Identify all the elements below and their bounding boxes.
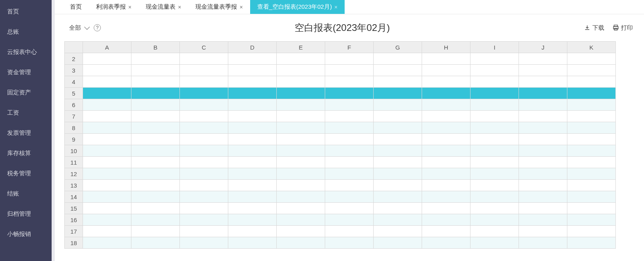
row-header-15[interactable]: 15 [65, 203, 83, 214]
cell-H4[interactable] [422, 76, 470, 88]
cell-J12[interactable] [519, 168, 567, 180]
cell-F10[interactable] [325, 145, 374, 157]
cell-H10[interactable] [422, 145, 470, 157]
tab-2[interactable]: 现金流量表× [139, 0, 188, 14]
cell-E6[interactable] [277, 99, 325, 111]
cell-K6[interactable] [567, 99, 616, 111]
sidebar-item-7[interactable]: 库存核算 [0, 143, 52, 163]
cell-J7[interactable] [519, 111, 567, 122]
row-header-12[interactable]: 12 [65, 168, 83, 180]
cell-F4[interactable] [325, 76, 374, 88]
cell-E9[interactable] [277, 134, 325, 145]
cell-J15[interactable] [519, 203, 567, 214]
cell-D17[interactable] [228, 226, 277, 237]
cell-B18[interactable] [131, 237, 180, 249]
cell-G3[interactable] [374, 65, 422, 76]
cell-E10[interactable] [277, 145, 325, 157]
column-header-I[interactable]: I [470, 42, 519, 53]
grid-corner[interactable] [65, 42, 83, 53]
cell-I12[interactable] [470, 168, 519, 180]
cell-I3[interactable] [470, 65, 519, 76]
cell-K12[interactable] [567, 168, 616, 180]
cell-J4[interactable] [519, 76, 567, 88]
cell-I11[interactable] [470, 157, 519, 168]
column-header-B[interactable]: B [131, 42, 180, 53]
cell-A15[interactable] [83, 203, 131, 214]
cell-H13[interactable] [422, 180, 470, 191]
cell-F17[interactable] [325, 226, 374, 237]
cell-D9[interactable] [228, 134, 277, 145]
cell-B11[interactable] [131, 157, 180, 168]
cell-B5[interactable] [131, 88, 180, 99]
cell-K13[interactable] [567, 180, 616, 191]
sidebar-scrollbar[interactable] [52, 0, 55, 261]
cell-A7[interactable] [83, 111, 131, 122]
cell-G15[interactable] [374, 203, 422, 214]
cell-G6[interactable] [374, 99, 422, 111]
cell-K3[interactable] [567, 65, 616, 76]
cell-J16[interactable] [519, 214, 567, 226]
column-header-C[interactable]: C [180, 42, 228, 53]
cell-H11[interactable] [422, 157, 470, 168]
row-header-16[interactable]: 16 [65, 214, 83, 226]
cell-G4[interactable] [374, 76, 422, 88]
cell-C4[interactable] [180, 76, 228, 88]
sidebar-item-4[interactable]: 固定资产 [0, 83, 52, 103]
cell-E2[interactable] [277, 53, 325, 65]
cell-D14[interactable] [228, 191, 277, 203]
column-header-G[interactable]: G [374, 42, 422, 53]
cell-A2[interactable] [83, 53, 131, 65]
cell-B12[interactable] [131, 168, 180, 180]
cell-G5[interactable] [374, 88, 422, 99]
cell-F15[interactable] [325, 203, 374, 214]
row-header-17[interactable]: 17 [65, 226, 83, 237]
cell-C15[interactable] [180, 203, 228, 214]
sidebar-item-8[interactable]: 税务管理 [0, 163, 52, 184]
cell-G18[interactable] [374, 237, 422, 249]
cell-E18[interactable] [277, 237, 325, 249]
cell-K17[interactable] [567, 226, 616, 237]
column-header-E[interactable]: E [277, 42, 325, 53]
cell-K2[interactable] [567, 53, 616, 65]
cell-J13[interactable] [519, 180, 567, 191]
cell-E15[interactable] [277, 203, 325, 214]
cell-B3[interactable] [131, 65, 180, 76]
column-header-F[interactable]: F [325, 42, 374, 53]
cell-A13[interactable] [83, 180, 131, 191]
tab-3[interactable]: 现金流量表季报× [188, 0, 250, 14]
cell-D3[interactable] [228, 65, 277, 76]
cell-E16[interactable] [277, 214, 325, 226]
column-header-A[interactable]: A [83, 42, 131, 53]
cell-A16[interactable] [83, 214, 131, 226]
cell-I16[interactable] [470, 214, 519, 226]
cell-A18[interactable] [83, 237, 131, 249]
cell-C17[interactable] [180, 226, 228, 237]
row-header-7[interactable]: 7 [65, 111, 83, 122]
cell-A3[interactable] [83, 65, 131, 76]
cell-F7[interactable] [325, 111, 374, 122]
cell-D16[interactable] [228, 214, 277, 226]
cell-F9[interactable] [325, 134, 374, 145]
cell-I18[interactable] [470, 237, 519, 249]
cell-G13[interactable] [374, 180, 422, 191]
sidebar-item-0[interactable]: 首页 [0, 2, 52, 22]
row-header-9[interactable]: 9 [65, 134, 83, 145]
cell-H12[interactable] [422, 168, 470, 180]
cell-J3[interactable] [519, 65, 567, 76]
column-header-J[interactable]: J [519, 42, 567, 53]
row-header-3[interactable]: 3 [65, 65, 83, 76]
cell-B13[interactable] [131, 180, 180, 191]
cell-J14[interactable] [519, 191, 567, 203]
cell-H3[interactable] [422, 65, 470, 76]
cell-D15[interactable] [228, 203, 277, 214]
cell-D6[interactable] [228, 99, 277, 111]
cell-C10[interactable] [180, 145, 228, 157]
cell-I15[interactable] [470, 203, 519, 214]
cell-C5[interactable] [180, 88, 228, 99]
cell-D12[interactable] [228, 168, 277, 180]
cell-C9[interactable] [180, 134, 228, 145]
cell-C2[interactable] [180, 53, 228, 65]
cell-C18[interactable] [180, 237, 228, 249]
cell-J6[interactable] [519, 99, 567, 111]
cell-B7[interactable] [131, 111, 180, 122]
